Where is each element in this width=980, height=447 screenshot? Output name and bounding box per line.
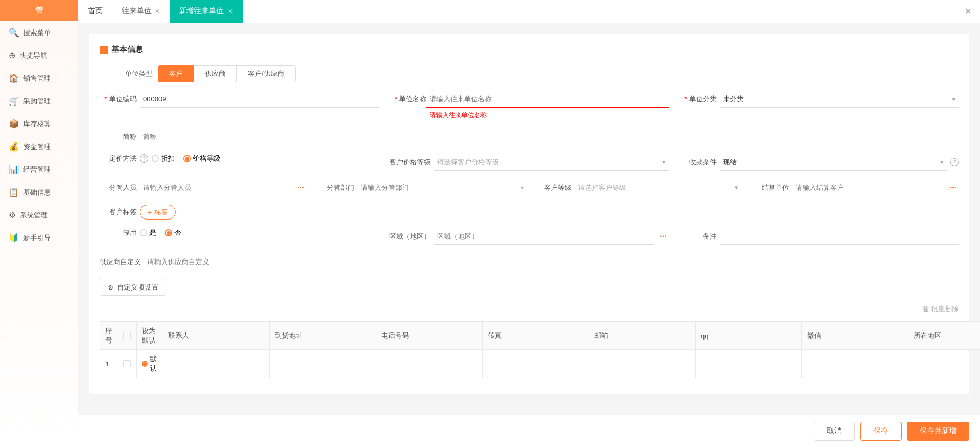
sidebar-item-purchase[interactable]: 🛒 采购管理 (0, 90, 78, 112)
customer-level-field: 客户等级 请选择客户等级 ▾ (534, 179, 742, 196)
col-region: 所在地区 (908, 322, 981, 350)
unit-category-select[interactable]: 未分类 ▾ (720, 91, 959, 108)
supplier-custom-input[interactable] (144, 253, 343, 270)
row-checkbox[interactable] (123, 360, 131, 367)
table-row: 1 默认 (100, 350, 981, 378)
cell-phone[interactable] (376, 350, 483, 378)
settings-icon: ⚙ (108, 284, 114, 292)
sidebar-item-basic-info[interactable]: 📋 基础信息 (0, 181, 78, 204)
default-radio[interactable] (142, 361, 148, 367)
tab-new-partner-close-icon[interactable]: ✕ (228, 7, 233, 15)
gear-icon: ⚙ (8, 210, 16, 220)
list-icon: 📋 (8, 187, 19, 197)
save-new-button[interactable]: 保存并新增 (907, 422, 969, 441)
region-table-input[interactable] (914, 355, 980, 372)
pricing-radio-discount[interactable]: 折扣 (152, 154, 175, 163)
manager-more-icon[interactable]: ··· (295, 183, 306, 192)
chart-icon: 📊 (8, 164, 19, 174)
tab-partner-list-close-icon[interactable]: ✕ (155, 7, 160, 15)
settlement-unit-field: 结算单位 ··· (752, 179, 959, 196)
level-radio-circle (183, 155, 191, 162)
cell-region[interactable] (908, 350, 981, 378)
wechat-input[interactable] (807, 355, 903, 372)
no-radio-circle (165, 229, 172, 236)
manager-label: 分管人员 (100, 183, 137, 192)
cell-checkbox (118, 350, 137, 378)
tab-partner-list[interactable]: 往来单位 ✕ (112, 0, 170, 23)
tab-bar-close-icon[interactable]: ✕ (956, 6, 980, 16)
payment-terms-info-icon[interactable]: ? (950, 158, 959, 166)
region-more-icon[interactable]: ··· (657, 232, 669, 241)
cell-email[interactable] (589, 350, 696, 378)
unit-code-label: 单位编码 (100, 94, 137, 104)
abbreviation-label: 简称 (100, 132, 137, 142)
customer-price-level-select[interactable]: 请选择客户价格等级 ▾ (434, 154, 669, 171)
disabled-field: 停用 是 否 (100, 228, 379, 238)
customer-price-level-label: 客户价格等级 (389, 157, 431, 167)
sidebar-item-guide[interactable]: 🔰 新手引导 (0, 226, 78, 249)
manager-field: 分管人员 ··· (100, 179, 307, 196)
batch-delete-button[interactable]: 🗑 批量删除 (922, 304, 959, 314)
fax-input[interactable] (488, 355, 583, 372)
col-checkbox (118, 322, 137, 350)
department-input[interactable] (358, 179, 518, 196)
abbreviation-input[interactable] (140, 128, 301, 145)
unit-name-input[interactable] (426, 91, 669, 108)
cell-address[interactable] (270, 350, 376, 378)
disabled-radio-group: 是 否 (140, 228, 181, 238)
disabled-label: 停用 (100, 228, 137, 238)
type-btn-both[interactable]: 客户/供应商 (237, 65, 296, 82)
col-address: 到货地址 (270, 322, 376, 350)
tab-new-partner[interactable]: 新增往来单位 ✕ (170, 0, 243, 23)
customer-price-level-field: 客户价格等级 请选择客户价格等级 ▾ (389, 154, 669, 171)
customer-level-chevron-icon: ▾ (735, 183, 738, 191)
sidebar-item-quick-nav[interactable]: ⊕ 快捷导航 (0, 44, 78, 67)
pricing-radio-level[interactable]: 价格等级 (183, 154, 220, 163)
sidebar-item-system[interactable]: ⚙ 系统管理 (0, 204, 78, 226)
cell-fax[interactable] (483, 350, 589, 378)
tab-home[interactable]: 首页 (78, 0, 112, 23)
cell-wechat[interactable] (802, 350, 908, 378)
department-chevron-icon: ▾ (521, 184, 524, 191)
sidebar-item-search[interactable]: 🔍 搜索菜单 (0, 21, 78, 44)
address-input[interactable] (275, 355, 370, 372)
supplier-custom-label: 供应商自定义 (100, 257, 141, 267)
email-input[interactable] (594, 355, 690, 372)
sidebar-item-sales[interactable]: 🏠 销售管理 (0, 67, 78, 90)
sidebar: 管 🔍 搜索菜单 ⊕ 快捷导航 🏠 销售管理 🛒 采购管理 📦 库存核算 💰 资… (0, 0, 78, 447)
discount-radio-circle (152, 155, 159, 162)
cell-qq[interactable] (696, 350, 802, 378)
col-seq: 序号 (100, 322, 118, 350)
cancel-button[interactable]: 取消 (814, 422, 855, 441)
sidebar-item-inventory[interactable]: 📦 库存核算 (0, 112, 78, 135)
pricing-method-info-icon[interactable]: ? (140, 154, 148, 163)
abbreviation-field: 简称 (100, 128, 301, 145)
settlement-unit-more-icon[interactable]: ··· (948, 183, 959, 192)
manager-input[interactable] (140, 179, 292, 196)
custom-settings-button[interactable]: ⚙ 自定义项设置 (100, 279, 166, 296)
settlement-unit-input[interactable] (792, 179, 945, 196)
disabled-radio-yes[interactable]: 是 (140, 228, 156, 238)
region-input[interactable] (434, 228, 654, 245)
department-field: 分管部门 ▾ (317, 179, 524, 196)
sidebar-item-finance[interactable]: 💰 资金管理 (0, 135, 78, 158)
customer-level-select[interactable]: 请选择客户等级 ▾ (575, 179, 742, 196)
section-icon (100, 46, 108, 54)
remarks-input[interactable] (720, 228, 959, 245)
contact-input[interactable] (168, 355, 264, 372)
add-tag-button[interactable]: + 标签 (140, 205, 176, 220)
unit-code-input[interactable] (140, 91, 379, 108)
type-btn-customer[interactable]: 客户 (158, 65, 194, 82)
select-all-checkbox[interactable] (123, 332, 131, 339)
home-icon: ⊕ (8, 50, 15, 60)
phone-input[interactable] (381, 355, 477, 372)
payment-terms-field: 收款条件 现结 ▾ ? (680, 154, 959, 171)
qq-input[interactable] (701, 355, 796, 372)
sidebar-item-operations[interactable]: 📊 经营管理 (0, 158, 78, 181)
tab-bar: 首页 往来单位 ✕ 新增往来单位 ✕ ✕ (78, 0, 980, 23)
cell-contact[interactable] (163, 350, 270, 378)
save-button[interactable]: 保存 (860, 422, 902, 441)
payment-terms-select[interactable]: 现结 ▾ (720, 154, 947, 171)
disabled-radio-no[interactable]: 否 (165, 228, 181, 238)
type-btn-supplier[interactable]: 供应商 (194, 65, 237, 82)
